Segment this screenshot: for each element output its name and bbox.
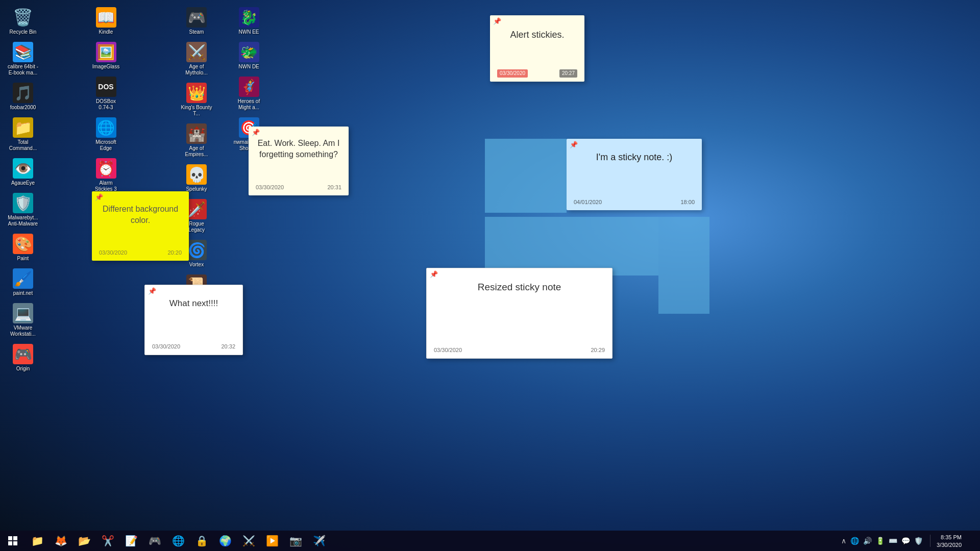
icon-totalcmd[interactable]: 📁 Total Command... [5,115,41,154]
svg-rect-2 [8,541,12,545]
sticky-blue-placeholder-1 [485,139,567,213]
sticky-blue-placeholder-4 [658,217,709,314]
sticky-im-sticky-text: I'm a sticky note. :) [574,151,695,164]
sticky-eat-work[interactable]: 📌 Eat. Work. Sleep. Am I forgetting some… [249,127,349,195]
icon-recycle-bin[interactable]: 🗑️ Recycle Bin [5,5,41,37]
svg-rect-0 [8,536,12,540]
sticky-resized-time: 20:29 [591,346,605,354]
taskbar-file-explorer[interactable]: 📁 [26,531,49,551]
sticky-im-sticky-date: 04/01/2020 [574,198,602,206]
taskbar-apps: 📁 🦊 📂 ✂️ 📝 🎮 🌐 🔒 🌍 ⚔️ ▶️ 📷 ✈️ [26,531,835,551]
taskbar-firefox[interactable]: 🦊 [49,531,72,551]
icon-imageglass[interactable]: 🖼️ ImageGlass [88,40,124,72]
taskbar-explorer2[interactable]: 📂 [72,531,96,551]
icon-steam[interactable]: 🎮 Steam [179,5,214,37]
icon-nwn-de[interactable]: 🐲 NWN DE [231,40,267,72]
taskbar-game1[interactable]: 🎮 [143,531,166,551]
sticky-pin-icon-5: 📌 [570,140,578,149]
taskbar-time: 8:35 PM [937,534,962,541]
icon-calibre[interactable]: 📚 calibre 64bit - E-book ma... [5,40,41,78]
sticky-what-next-footer: 03/30/2020 20:32 [152,343,235,350]
sticky-eat-work-date: 03/30/2020 [256,184,284,191]
icon-spelunky[interactable]: 💀 Spelunky [179,162,214,194]
system-tray-icons: ∧ 🌐 🔊 🔋 ⌨️ 💬 🛡️ [840,536,924,546]
taskbar-word[interactable]: 📝 [119,531,143,551]
tray-keyboard[interactable]: ⌨️ [888,536,898,546]
sticky-pin-icon-2: 📌 [252,128,260,137]
icon-foobar[interactable]: 🎵 foobar2000 [5,81,41,113]
tray-battery[interactable]: 🔋 [875,536,886,546]
sticky-what-next-date: 03/30/2020 [152,343,180,350]
start-button[interactable] [0,531,26,551]
sticky-yellow-date: 03/30/2020 [99,249,127,257]
sticky-what-next-time: 20:32 [221,343,235,350]
tray-network[interactable]: 🌐 [849,536,860,546]
taskbar-game2[interactable]: ⚔️ [237,531,260,551]
sticky-alert-footer: 03/30/2020 20:27 [497,69,577,78]
taskbar-date: 3/30/2020 [937,542,962,548]
taskbar-chrome[interactable]: 🌐 [166,531,190,551]
tray-up-arrow[interactable]: ∧ [840,536,847,546]
sticky-im-sticky-footer: 04/01/2020 18:00 [574,198,695,206]
sticky-im-sticky-time: 18:00 [680,198,695,206]
sticky-resized-footer: 03/30/2020 20:29 [434,346,605,354]
sticky-resized[interactable]: 📌 Resized sticky note 03/30/2020 20:29 [426,268,612,359]
sticky-alert-date: 03/30/2020 [497,69,528,78]
taskbar-browser2[interactable]: 🌍 [213,531,237,551]
icon-heroes[interactable]: 🦸 Heroes of Might a... [231,74,267,113]
sticky-blue-placeholder-2 [485,217,567,276]
taskbar-clock[interactable]: 8:35 PM 3/30/2020 [937,534,962,547]
sticky-alert-text: Alert stickies. [497,29,577,41]
sticky-what-next-text: What next!!!! [152,297,235,310]
taskbar-scissors[interactable]: ✂️ [96,531,119,551]
icon-age-mythology[interactable]: ⚔️ Age of Mytholo... [179,40,214,78]
sticky-yellow-footer: 03/30/2020 20:20 [99,249,182,257]
icon-agaueeye[interactable]: 👁️ AgaueEye [5,156,41,188]
show-desktop-button[interactable] [971,531,975,551]
tray-shield[interactable]: 🛡️ [913,536,924,546]
taskbar: 📁 🦊 📂 ✂️ 📝 🎮 🌐 🔒 🌍 ⚔️ ▶️ 📷 ✈️ ∧ 🌐 🔊 🔋 ⌨️… [0,531,980,551]
icon-edge[interactable]: 🌐 Microsoft Edge [88,115,124,154]
sticky-alert-time: 20:27 [559,69,577,78]
taskbar-media[interactable]: ▶️ [260,531,284,551]
sticky-blue-placeholder-3 [567,217,658,276]
taskbar-system-tray: ∧ 🌐 🔊 🔋 ⌨️ 💬 🛡️ 8:35 PM 3/30/2020 [835,531,980,551]
icon-kindle[interactable]: 📖 Kindle [88,5,124,37]
sticky-resized-date: 03/30/2020 [434,346,462,354]
icon-malwarebytes[interactable]: 🛡️ Malwarebyt... Anti-Malware [5,191,41,229]
svg-rect-1 [13,536,17,540]
tray-volume[interactable]: 🔊 [862,536,873,546]
icon-kings-bounty[interactable]: 👑 King's Bounty T... [179,81,214,119]
svg-rect-3 [13,541,17,545]
sticky-pin-icon-6: 📌 [430,270,438,279]
icon-paint[interactable]: 🎨 Paint [5,232,41,264]
sticky-resized-text: Resized sticky note [434,281,605,294]
sticky-yellow-text: Different background color. [99,204,182,227]
sticky-yellow[interactable]: 📌 Different background color. 03/30/2020… [92,191,189,261]
sticky-pin-icon: 📌 [493,17,501,26]
sticky-yellow-time: 20:20 [167,249,182,257]
icon-origin[interactable]: 🎮 Origin [5,342,41,374]
icon-vmware[interactable]: 💻 VMware Workstati... [5,301,41,339]
taskbar-lock[interactable]: 🔒 [190,531,213,551]
sticky-pin-icon-3: 📌 [95,193,103,202]
sticky-alert[interactable]: 📌 Alert stickies. 03/30/2020 20:27 [490,15,584,82]
taskbar-photo[interactable]: 📷 [284,531,307,551]
sticky-eat-work-footer: 03/30/2020 20:31 [256,184,341,191]
tray-divider [930,535,930,547]
sticky-pin-icon-4: 📌 [148,287,156,296]
icon-paintnet[interactable]: 🖌️ paint.net [5,266,41,298]
taskbar-twitter[interactable]: ✈️ [307,531,331,551]
tray-message[interactable]: 💬 [900,536,911,546]
icon-age-empires[interactable]: 🏰 Age of Empires... [179,121,214,160]
icon-nwn-ee[interactable]: 🐉 NWN EE [231,5,267,37]
icon-dosbox[interactable]: DOS DOSBox 0.74-3 [88,74,124,113]
icon-alarm[interactable]: ⏰ Alarm Stickies 3 [88,156,124,194]
sticky-im-sticky[interactable]: 📌 I'm a sticky note. :) 04/01/2020 18:00 [567,139,702,210]
sticky-eat-work-time: 20:31 [327,184,341,191]
sticky-what-next[interactable]: 📌 What next!!!! 03/30/2020 20:32 [144,285,243,355]
sticky-eat-work-text: Eat. Work. Sleep. Am I forgetting someth… [256,138,341,161]
